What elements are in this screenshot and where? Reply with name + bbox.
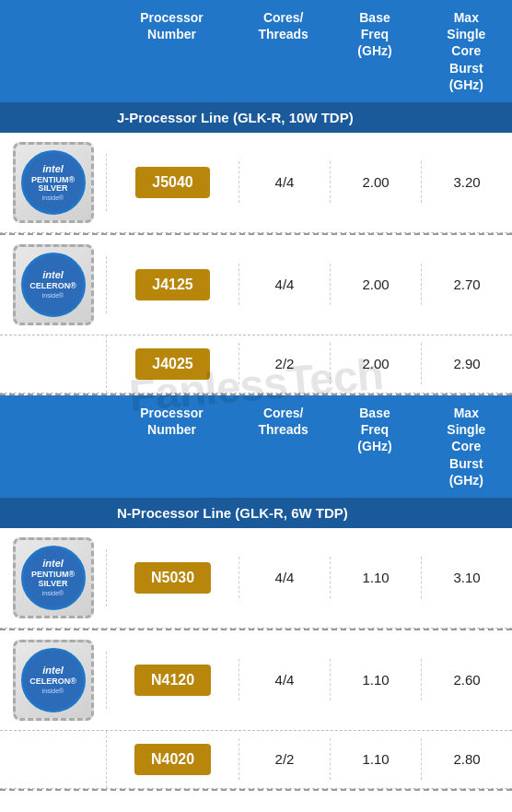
header-cell: Cores/Threads	[238, 395, 329, 498]
processor-cell: N4120	[106, 652, 239, 709]
header-cell: BaseFreq(GHz)	[329, 395, 420, 498]
table-row: N40202/21.102.80	[0, 731, 512, 789]
base-freq-cell: 2.00	[330, 343, 421, 384]
burst-freq-cell: 3.10	[421, 557, 512, 598]
header-cell: MaxSingleCoreBurst(GHz)	[421, 395, 512, 498]
burst-freq-cell: 2.80	[421, 738, 512, 780]
cores-cell: 4/4	[239, 161, 330, 203]
base-freq-cell: 1.10	[330, 557, 421, 598]
intel-chip-logo: intelPENTIUM®SILVERinside®	[13, 537, 94, 618]
burst-freq-cell: 2.90	[421, 343, 512, 384]
table-row: intelCELERON®inside®J41254/42.002.70	[0, 235, 512, 335]
table-row: intelPENTIUM®SILVERinside®J50404/42.003.…	[0, 133, 512, 233]
chip-cell: intelCELERON®inside®	[0, 235, 106, 335]
burst-freq-cell: 3.20	[421, 161, 512, 203]
header-cell: MaxSingleCoreBurst(GHz)	[421, 0, 512, 102]
burst-freq-cell: 2.70	[421, 264, 512, 305]
chip-cell	[0, 750, 106, 769]
intel-chip-logo: intelCELERON®inside®	[13, 244, 94, 325]
cores-cell: 2/2	[239, 738, 330, 780]
table-row: J40252/22.002.90	[0, 335, 512, 394]
processor-cell: N4020	[106, 731, 239, 788]
section-label: N-Processor Line (GLK-R, 6W TDP)	[106, 498, 512, 528]
table-section-table2: ProcessorNumberCores/ThreadsBaseFreq(GHz…	[0, 395, 512, 791]
chip-cell: intelCELERON®inside®	[0, 630, 106, 730]
processor-badge: N5030	[134, 562, 211, 594]
chip-group: intelPENTIUM®SILVERinside®J50404/42.003.…	[0, 133, 512, 235]
header-cell: Cores/Threads	[238, 0, 329, 102]
processor-cell: J4125	[106, 256, 239, 313]
chip-group: intelPENTIUM®SILVERinside®N50304/41.103.…	[0, 528, 512, 630]
base-freq-cell: 2.00	[330, 161, 421, 203]
processor-cell: N5030	[106, 549, 239, 606]
processor-badge: J4125	[135, 269, 210, 300]
chip-cell	[0, 355, 106, 373]
header-cell: ProcessorNumber	[106, 395, 238, 498]
intel-chip-logo: intelCELERON®inside®	[13, 640, 94, 721]
base-freq-cell: 1.10	[330, 659, 421, 700]
processor-badge: N4020	[134, 744, 211, 775]
table-section-table1: ProcessorNumberCores/ThreadsBaseFreq(GHz…	[0, 0, 512, 395]
section-label: J-Processor Line (GLK-R, 10W TDP)	[106, 102, 512, 133]
base-freq-cell: 2.00	[330, 264, 421, 305]
burst-freq-cell: 2.60	[421, 659, 512, 700]
page-container: ProcessorNumberCores/ThreadsBaseFreq(GHz…	[0, 0, 512, 791]
cores-cell: 4/4	[239, 264, 330, 305]
chip-group: intelCELERON®inside®N41204/41.102.60N402…	[0, 630, 512, 791]
chip-cell: intelPENTIUM®SILVERinside®	[0, 528, 106, 628]
header-cell: ProcessorNumber	[106, 0, 238, 102]
chip-group: intelCELERON®inside®J41254/42.002.70J402…	[0, 235, 512, 395]
cores-cell: 4/4	[239, 659, 330, 700]
processor-cell: J4025	[106, 335, 239, 393]
header-cell: BaseFreq(GHz)	[329, 0, 420, 102]
intel-chip-logo: intelPENTIUM®SILVERinside®	[13, 142, 94, 223]
chip-cell: intelPENTIUM®SILVERinside®	[0, 133, 106, 232]
processor-cell: J5040	[106, 154, 239, 211]
table-row: intelCELERON®inside®N41204/41.102.60	[0, 630, 512, 731]
cores-cell: 2/2	[239, 343, 330, 384]
processor-badge: N4120	[134, 665, 211, 696]
cores-cell: 4/4	[239, 557, 330, 598]
base-freq-cell: 1.10	[330, 738, 421, 780]
processor-badge: J5040	[135, 167, 210, 198]
table-row: intelPENTIUM®SILVERinside®N50304/41.103.…	[0, 528, 512, 629]
processor-badge: J4025	[135, 348, 210, 380]
